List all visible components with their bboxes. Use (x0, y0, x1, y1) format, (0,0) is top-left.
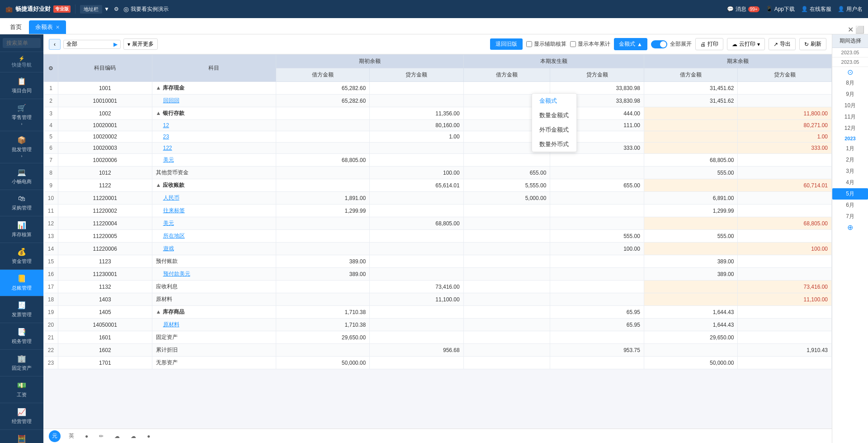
month-3[interactable]: 3月 (832, 166, 868, 177)
sidebar-item-retail[interactable]: 🛒 零售管理 › (0, 99, 43, 131)
cloud-icon2: ☁ (114, 433, 120, 439)
cloud-print-btn[interactable]: ☁ 云打印 ▾ (727, 38, 765, 50)
sidebar-item-quick-nav[interactable]: ⚡ 快捷导航 (0, 52, 43, 72)
sidebar-item-ecommerce[interactable]: 💻 小畅电商 (0, 163, 43, 190)
cb-credit-cell: 333.00 (738, 143, 832, 154)
cb-credit-cell (738, 306, 832, 319)
user-avatar[interactable]: 👤 用户名 (838, 5, 863, 13)
tax-icon: 📑 (17, 328, 26, 336)
content-area: ‹ ▶ ▾ 展开更多 退回旧版 显示辅助核算 (43, 34, 832, 443)
dropdown-item-qty-foreign[interactable]: 数量外币式 (532, 137, 576, 152)
cloud-btn2[interactable]: ☁ (128, 432, 139, 440)
amount-style-btn[interactable]: 金额式 ▲ (614, 38, 647, 50)
account-name[interactable]: ▲应收账款 (152, 179, 276, 192)
account-name[interactable]: ▲银行存款 (152, 107, 276, 120)
dropdown-item-qty-amount[interactable]: 数量金额式 (532, 108, 576, 123)
demo-link[interactable]: ◎ 我要看实例演示 (123, 5, 169, 13)
sidebar-item-fixed-assets[interactable]: 🏢 固定资产 (0, 350, 43, 376)
account-name: 12 (152, 120, 276, 131)
refresh-btn[interactable]: ↻ 刷新 (799, 38, 826, 50)
show-auxiliary-checkbox[interactable]: 显示辅助核算 (526, 40, 566, 48)
address-bar[interactable]: 地址栏 ▼ (80, 5, 109, 14)
month-9[interactable]: 9月 (832, 89, 868, 100)
table-row: 181403原材料11,100.0011,100.00 (44, 293, 832, 306)
settings-col-header[interactable]: ⚙ (44, 55, 58, 82)
account-name: 预付款美元 (152, 268, 276, 281)
print-btn[interactable]: 🖨 打印 (695, 38, 723, 50)
next-year-btn[interactable]: ⊕ (832, 222, 868, 233)
row-num: 12 (44, 217, 58, 230)
month-10[interactable]: 10月 (832, 100, 868, 111)
expand-all-toggle[interactable]: 全部展开 (651, 40, 692, 48)
sidebar-item-capital[interactable]: 💰 资金管理 (0, 243, 43, 270)
currency-btn[interactable]: 元 (49, 430, 61, 442)
dot-btn1[interactable]: ● (82, 432, 91, 440)
account-name[interactable]: ▲库存商品 (152, 306, 276, 319)
operations-label: 经营管理 (12, 418, 32, 425)
search-input[interactable] (3, 38, 41, 48)
restore-icon[interactable]: ⬜ (855, 25, 864, 34)
month-4[interactable]: 4月 (832, 177, 868, 188)
sidebar-item-general-ledger[interactable]: 📒 总账管理 (0, 270, 43, 296)
edit-btn[interactable]: ✏ (96, 432, 106, 440)
month-1[interactable]: 1月 (832, 143, 868, 154)
minimize-icon[interactable]: ✕ (848, 25, 854, 34)
export-label: 导出 (780, 40, 791, 48)
sidebar-item-payroll[interactable]: 💵 工资 (0, 376, 43, 403)
cb-credit-cell: 73,416.00 (738, 281, 832, 293)
export-btn[interactable]: ↗ 导出 (769, 38, 796, 50)
dropdown-item-foreign-amount[interactable]: 外币金额式 (532, 123, 576, 137)
dropdown-item-amount[interactable]: 金额式 (532, 94, 576, 108)
sidebar-item-wholesale[interactable]: 📦 批发管理 › (0, 131, 43, 163)
toggle-switch[interactable] (651, 40, 667, 48)
month-2[interactable]: 2月 (832, 154, 868, 166)
account-code: 1002 (58, 107, 152, 120)
cloud-btn1[interactable]: ☁ (112, 432, 123, 440)
month-12[interactable]: 12月 (832, 123, 868, 134)
month-8[interactable]: 8月 (832, 77, 868, 89)
sidebar-item-project-contract[interactable]: 📋 项目合同 (0, 72, 43, 99)
sidebar-item-purchase[interactable]: 🛍 采购管理 (0, 190, 43, 216)
right-panel: 期间选择 2023.05 2023.05 ⊙ 8月 9月 10月 11月 12月… (832, 34, 868, 443)
sidebar-item-operations[interactable]: 📈 经营管理 (0, 403, 43, 430)
online-service-btn[interactable]: 👤 在线客服 (801, 5, 831, 13)
account-name[interactable]: 预付账款 (152, 255, 276, 268)
toolbar-right: 退回旧版 显示辅助核算 显示本年累计 金额式 ▲ 全部展开 (490, 38, 826, 50)
sidebar-item-sales[interactable]: 🧮 小畅报销 (0, 430, 43, 443)
account-name[interactable]: ▲库存现金 (152, 82, 276, 95)
prev-year-btn[interactable]: ⊙ (832, 67, 868, 77)
curr-debit-cell (463, 281, 550, 293)
row-num: 2 (44, 95, 58, 107)
settings-btn[interactable]: ⚙ (114, 6, 119, 12)
sidebar-item-inventory[interactable]: 📊 库存核算 (0, 216, 43, 243)
month-7[interactable]: 7月 (832, 211, 868, 222)
sidebar-item-invoice[interactable]: 🧾 发票管理 (0, 296, 43, 323)
account-code: 11220004 (58, 217, 152, 230)
sidebar: ⚡ 快捷导航 📋 项目合同 🛒 零售管理 › 📦 批发管理 › 💻 小畅电商 🛍… (0, 34, 43, 443)
show-ytd-checkbox[interactable]: 显示本年累计 (570, 40, 610, 48)
cb-debit-cell (644, 243, 738, 255)
close-icon[interactable]: ✕ (56, 24, 60, 30)
curr-credit-header: 贷方金额 (550, 68, 644, 82)
row-num: 19 (44, 306, 58, 319)
table-settings-icon[interactable]: ⚙ (48, 65, 53, 71)
tab-home[interactable]: 首页 (4, 20, 28, 34)
message-btn[interactable]: 💬 消息 99+ (727, 5, 760, 13)
language-btn[interactable]: 英 (66, 431, 77, 441)
month-6[interactable]: 6月 (832, 200, 868, 211)
month-11[interactable]: 11月 (832, 111, 868, 123)
return-old-btn[interactable]: 退回旧版 (490, 38, 523, 50)
ob-credit-cell: 80,160.00 (370, 120, 464, 131)
account-code: 1403 (58, 293, 152, 306)
month-5[interactable]: 5月 (832, 188, 868, 200)
back-btn[interactable]: ‹ (49, 39, 61, 50)
sidebar-item-tax[interactable]: 📑 税务管理 (0, 323, 43, 350)
tab-balance[interactable]: 余额表 ✕ (29, 20, 66, 34)
app-download-btn[interactable]: 📱 App下载 (766, 5, 795, 13)
filter-input[interactable] (66, 41, 112, 48)
search-go-icon[interactable]: ▶ (113, 41, 118, 48)
toolbar-left: ‹ ▶ ▾ 展开更多 (49, 38, 486, 50)
dot-btn2[interactable]: ● (144, 432, 153, 440)
ob-debit-cell (276, 131, 370, 143)
expand-more-btn[interactable]: ▾ 展开更多 (123, 38, 158, 50)
